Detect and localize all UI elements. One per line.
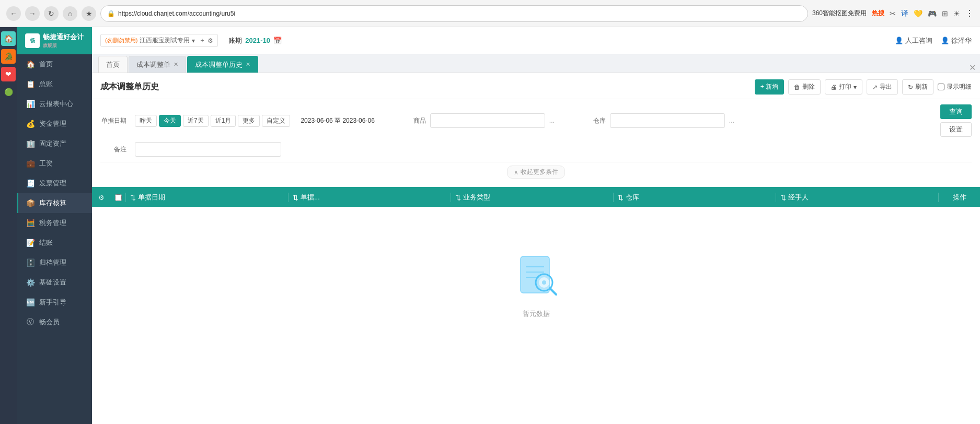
browser-bar: ← → ↻ ⌂ ★ 🔒 https://cloud.chanjet.com/ac… — [0, 0, 980, 27]
sidebar-item-reports[interactable]: 📊 云报表中心 — [17, 94, 92, 114]
warehouse-more-btn[interactable]: ... — [729, 117, 734, 124]
date-btn-more[interactable]: 更多 — [238, 115, 260, 127]
collapse-button[interactable]: ∧ 收起更多条件 — [507, 166, 565, 179]
home-button[interactable]: ⌂ — [63, 6, 77, 21]
warehouse-label: 仓库 — [580, 116, 606, 125]
th-gear[interactable]: ⚙ — [92, 194, 111, 202]
sidebar-item-tax[interactable]: 🧮 税务管理 — [17, 213, 92, 233]
th-biz-type-label: 业务类型 — [463, 193, 490, 202]
print-icon: 🖨 — [831, 84, 837, 91]
svg-line-6 — [550, 288, 556, 295]
settings-gear-icon[interactable]: ⚙ — [207, 37, 213, 44]
add-button[interactable]: + 新增 — [755, 79, 784, 95]
th-checkbox[interactable] — [111, 194, 125, 201]
sidebar-icon-salary: 💼 — [26, 159, 35, 168]
sidebar-item-capital[interactable]: 💰 资金管理 — [17, 114, 92, 134]
tab-cost-adjust-history-label: 成本调整单历史 — [195, 60, 243, 69]
date-btn-7days[interactable]: 近7天 — [183, 115, 209, 127]
warehouse-input[interactable] — [610, 113, 725, 128]
empty-icon — [510, 249, 562, 301]
filter-row-2: 备注 — [100, 142, 972, 157]
tab-cost-adjust[interactable]: 成本调整单 ✕ — [129, 56, 186, 73]
headset-icon: 👤 — [895, 37, 903, 44]
print-button[interactable]: 🖨 打印 ▾ — [825, 79, 862, 95]
th-warehouse-label: 仓库 — [626, 193, 639, 202]
th-ops: 操作 — [938, 193, 980, 202]
tab-cost-adjust-label: 成本调整单 — [136, 60, 170, 69]
show-cols-toggle[interactable]: 显示明细 — [938, 83, 972, 91]
user-avatar-icon: 👤 — [941, 37, 949, 44]
sidebar-item-settings[interactable]: ⚙️ 基础设置 — [17, 273, 92, 292]
tab-cost-adjust-history-close[interactable]: ✕ — [246, 61, 250, 68]
tab-home[interactable]: 首页 — [98, 56, 128, 73]
sidebar-item-settlement[interactable]: 📝 结账 — [17, 233, 92, 253]
sidebar-icon-capital: 💰 — [26, 120, 35, 128]
sidebar-label-guide: 新手引导 — [39, 298, 66, 307]
sidebar-item-ledger[interactable]: 📋 总账 — [17, 74, 92, 94]
sidebar-label-archive: 归档管理 — [39, 258, 66, 267]
sidebar-item-invoice[interactable]: 🧾 发票管理 — [17, 173, 92, 193]
support-label: 人工咨询 — [905, 36, 932, 45]
export-icon: ↗ — [872, 84, 878, 91]
back-button[interactable]: ← — [6, 6, 21, 21]
th-biz-type[interactable]: ⇅ 业务类型 — [451, 193, 613, 202]
goods-more-btn[interactable]: ... — [549, 117, 555, 124]
th-date[interactable]: ⇅ 单据日期 — [125, 193, 288, 202]
filter-row-1: 单据日期 昨天 今天 近7天 近1月 更多 自定义 2023-06-06 至 2… — [100, 104, 972, 137]
sidebar-icon-archive: 🗄️ — [26, 258, 35, 267]
date-btn-custom[interactable]: 自定义 — [262, 115, 290, 127]
sidebar-item-vip[interactable]: Ⓥ 畅会员 — [17, 312, 92, 332]
svg-point-7 — [542, 280, 546, 285]
sidebar-label-invoice: 发票管理 — [39, 179, 66, 188]
add-company-icon[interactable]: ＋ — [199, 36, 205, 45]
support-btn[interactable]: 👤 人工咨询 — [895, 36, 932, 45]
sidebar-item-guide[interactable]: 🆕 新手引导 — [17, 292, 92, 312]
show-cols-checkbox[interactable] — [938, 84, 944, 90]
export-button[interactable]: ↗ 导出 — [867, 79, 898, 95]
th-warehouse[interactable]: ⇅ 仓库 — [613, 193, 776, 202]
sidebar-icon-inventory: 📦 — [26, 199, 35, 207]
tab-cost-adjust-history[interactable]: 成本调整单历史 ✕ — [187, 56, 258, 73]
tab-cost-adjust-close[interactable]: ✕ — [174, 61, 178, 68]
period-value: 2021-10 — [245, 37, 270, 44]
date-btn-today[interactable]: 今天 — [159, 115, 181, 127]
date-label: 单据日期 — [100, 116, 126, 125]
sidebar-item-archive[interactable]: 🗄️ 归档管理 — [17, 253, 92, 273]
user-btn[interactable]: 👤 徐泽华 — [941, 36, 972, 45]
icon-bar-app4[interactable]: 🟢 — [1, 85, 16, 99]
sidebar-item-inventory[interactable]: 📦 库存核算 — [17, 193, 92, 213]
forward-button[interactable]: → — [25, 6, 40, 21]
bookmark-button[interactable]: ★ — [82, 6, 96, 21]
icon-bar-app3[interactable]: ❤ — [1, 67, 16, 81]
th-ops-label: 操作 — [953, 193, 966, 202]
address-url: https://cloud.chanjet.com/accounting/uru… — [118, 10, 235, 17]
select-all-checkbox[interactable] — [115, 194, 122, 201]
sidebar: 畅 畅捷通好会计 旗舰版 🏠 首页 📋 总账 📊 云报表中心 💰 资金管理 🏢 … — [17, 27, 92, 424]
sidebar-item-salary[interactable]: 💼 工资 — [17, 154, 92, 173]
refresh-button[interactable]: ↻ 刷新 — [902, 79, 933, 95]
date-btn-1month[interactable]: 近1月 — [211, 115, 236, 127]
delete-icon: 🗑 — [794, 84, 800, 91]
close-icon[interactable]: ✕ — [969, 63, 976, 73]
sidebar-label-fixed-assets: 固定资产 — [39, 139, 66, 148]
icon-bar-main[interactable]: 🏠 — [1, 31, 16, 46]
search-text: 360智能抠图免费用 — [812, 9, 867, 18]
sidebar-item-fixed-assets[interactable]: 🏢 固定资产 — [17, 134, 92, 154]
sidebar-item-home[interactable]: 🏠 首页 — [17, 54, 92, 74]
collapse-label: 收起更多条件 — [521, 168, 558, 176]
date-btn-yesterday[interactable]: 昨天 — [135, 115, 157, 127]
sidebar-label-home: 首页 — [39, 60, 53, 69]
company-selector[interactable]: (勿删勿禁用) 江西服宝测试专用 ▾ ＋ ⚙ — [100, 34, 218, 47]
refresh-button[interactable]: ↻ — [44, 6, 59, 21]
delete-button[interactable]: 🗑 删除 — [788, 79, 821, 95]
calendar-icon[interactable]: 📅 — [273, 37, 282, 44]
icon-bar-app2[interactable]: 🐊 — [1, 49, 16, 64]
filter-settings-button[interactable]: 设置 — [940, 122, 972, 137]
main-content: (勿删勿禁用) 江西服宝测试专用 ▾ ＋ ⚙ 账期 2021-10 📅 👤 人工… — [92, 27, 980, 424]
query-button[interactable]: 查询 — [940, 104, 972, 119]
th-number[interactable]: ⇅ 单据... — [288, 193, 451, 202]
goods-input[interactable] — [430, 113, 545, 128]
address-bar[interactable]: 🔒 https://cloud.chanjet.com/accounting/u… — [100, 5, 808, 22]
remark-input[interactable] — [135, 142, 281, 157]
th-handler[interactable]: ⇅ 经手人 — [776, 193, 938, 202]
